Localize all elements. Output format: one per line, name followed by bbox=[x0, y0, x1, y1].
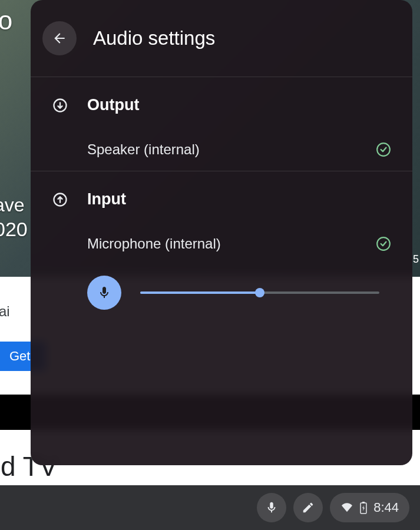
output-heading: Output bbox=[87, 96, 139, 114]
bg-text-fragment: 020 bbox=[0, 218, 28, 241]
wifi-icon bbox=[340, 502, 353, 513]
status-time: 8:44 bbox=[373, 500, 399, 515]
mic-gain-row bbox=[52, 265, 391, 322]
slider-thumb[interactable] bbox=[255, 288, 264, 297]
slider-fill bbox=[140, 292, 260, 294]
arrow-left-icon bbox=[52, 31, 67, 46]
bg-text-fragment: ertai bbox=[0, 303, 10, 320]
check-circle-icon bbox=[376, 142, 391, 157]
microphone-icon bbox=[97, 286, 111, 300]
system-taskbar: 8:44 bbox=[0, 485, 420, 530]
input-section: Input Microphone (internal) bbox=[31, 171, 412, 322]
bg-text-fragment: e o bbox=[0, 6, 12, 35]
pen-icon bbox=[302, 501, 315, 514]
input-device-option[interactable]: Microphone (internal) bbox=[52, 223, 391, 265]
mic-toggle-button[interactable] bbox=[87, 276, 121, 310]
microphone-icon bbox=[265, 501, 278, 514]
mic-gain-slider[interactable] bbox=[140, 292, 379, 294]
section-header-output: Output bbox=[52, 77, 391, 128]
taskbar-mic-button[interactable] bbox=[257, 493, 286, 522]
input-heading: Input bbox=[87, 190, 126, 208]
output-device-option[interactable]: Speaker (internal) bbox=[52, 128, 391, 171]
svg-point-3 bbox=[377, 237, 390, 250]
input-device-label: Microphone (internal) bbox=[87, 236, 221, 252]
audio-settings-panel: Audio settings Output Speaker (internal) bbox=[31, 0, 412, 465]
mic-input-icon bbox=[52, 191, 68, 208]
bg-text-fragment: ave bbox=[0, 194, 25, 216]
bg-number-fragment: 5 bbox=[413, 253, 419, 266]
back-button[interactable] bbox=[42, 21, 77, 55]
panel-title: Audio settings bbox=[93, 27, 215, 49]
svg-point-1 bbox=[377, 143, 390, 156]
svg-rect-5 bbox=[362, 502, 365, 504]
section-header-input: Input bbox=[52, 171, 391, 223]
status-tray[interactable]: 8:44 bbox=[330, 493, 409, 522]
headphones-output-icon bbox=[52, 97, 68, 114]
check-circle-icon bbox=[376, 236, 391, 251]
output-section: Output Speaker (internal) bbox=[31, 77, 412, 171]
output-device-label: Speaker (internal) bbox=[87, 141, 200, 158]
panel-header: Audio settings bbox=[31, 0, 412, 77]
taskbar-pen-button[interactable] bbox=[293, 493, 323, 522]
battery-charging-icon bbox=[359, 501, 368, 514]
